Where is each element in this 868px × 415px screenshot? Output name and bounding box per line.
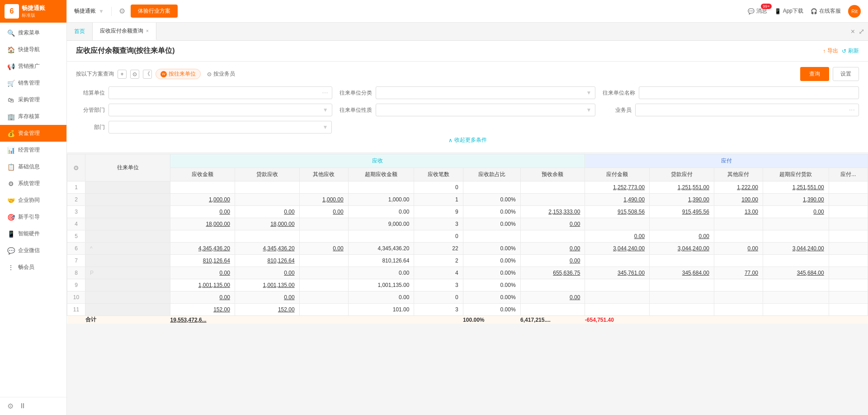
sidebar-item-guide[interactable]: 🎯 新手引导 — [0, 209, 66, 225]
cell-link[interactable]: 0.00 — [813, 209, 824, 215]
partner-name-input[interactable] — [639, 86, 859, 99]
cell-link[interactable]: 810,126.64 — [268, 258, 295, 264]
cell-link[interactable]: 1,000.00 — [322, 196, 344, 203]
table-settings-icon[interactable]: ⚙ — [73, 164, 79, 172]
cell-link[interactable]: 0.00 — [333, 245, 343, 252]
cell-link[interactable]: 1,251,551.00 — [793, 184, 824, 191]
cell-ap-other: 1,222.00 — [714, 181, 763, 194]
sidebar-item-marketing[interactable]: 📢 营销推广 — [0, 58, 66, 75]
scheme-collapse-button[interactable]: 《 — [143, 70, 152, 79]
cell-link[interactable]: 100.00 — [741, 196, 758, 203]
scheme-add-button[interactable]: + — [118, 70, 127, 79]
query-button[interactable]: 查询 — [800, 67, 829, 81]
cell-link[interactable]: 810,126.64 — [203, 258, 230, 264]
cell-link[interactable]: 3,044,240.00 — [613, 245, 645, 252]
partner-nature-select[interactable]: ▼ — [376, 104, 596, 116]
footer-empty1 — [67, 316, 85, 324]
cell-link[interactable]: 1,001,135.00 — [263, 282, 295, 288]
cell-link[interactable]: 0.00 — [219, 209, 230, 215]
cell-link[interactable]: 18,000.00 — [206, 221, 230, 227]
cell-link[interactable]: 0.00 — [219, 294, 230, 301]
settings-icon[interactable]: ⚙ — [119, 7, 125, 15]
sidebar-item-purchase[interactable]: 🛍 采购管理 — [0, 91, 66, 108]
cell-link[interactable]: 2,153,333.00 — [548, 209, 580, 215]
salesperson-dots[interactable]: ··· — [849, 106, 855, 114]
cell-link[interactable]: 1,252,773.00 — [613, 184, 645, 191]
user-avatar[interactable]: Rit — [848, 5, 861, 18]
scheme-edit-button[interactable]: ⊙ — [130, 70, 139, 79]
cell-ap-overdue: 0.00 — [763, 206, 829, 218]
collapse-more-button[interactable]: ∧ 收起更多条件 — [76, 134, 859, 147]
cell-link[interactable]: 152.00 — [278, 306, 295, 313]
dept-select[interactable]: ▼ — [108, 104, 332, 116]
settings-bottom-icon[interactable]: ⚙ — [7, 402, 14, 410]
scheme-by-customer[interactable]: W 按往来单位 — [156, 69, 201, 79]
sidebar-item-basic-info[interactable]: 📋 基础信息 — [0, 158, 66, 175]
sidebar-item-smart-hw[interactable]: 📱 智能硬件 — [0, 225, 66, 242]
scheme-by-staff[interactable]: ⊙ 按业务员 — [204, 69, 238, 79]
sidebar-item-member[interactable]: ⋮ 畅会员 — [0, 259, 66, 276]
trial-button[interactable]: 体验行业方案 — [131, 5, 178, 18]
window-maximize-icon[interactable]: ⤢ — [859, 27, 864, 36]
cell-link[interactable]: 152.00 — [213, 306, 230, 313]
cell-link[interactable]: 0.00 — [698, 233, 709, 239]
sidebar-item-quick-nav[interactable]: 🏠 快捷导航 — [0, 41, 66, 58]
cell-link[interactable]: 0.00 — [570, 294, 580, 301]
tab-home[interactable]: 首页 — [67, 23, 93, 40]
cell-link[interactable]: 345,684.00 — [682, 270, 709, 276]
sidebar-item-inventory[interactable]: 🏢 库存核算 — [0, 108, 66, 125]
cell-link[interactable]: 1,000.00 — [209, 196, 230, 203]
department-select[interactable]: ▼ — [108, 121, 332, 134]
cell-link[interactable]: 655,636.75 — [553, 270, 580, 276]
cell-link[interactable]: 0.00 — [748, 245, 758, 252]
cell-link[interactable]: 18,000.00 — [270, 221, 294, 227]
cell-link[interactable]: 1,222.00 — [737, 184, 758, 191]
cell-link[interactable]: 0.00 — [333, 209, 343, 215]
setting-button[interactable]: 设置 — [833, 67, 859, 81]
messages-button[interactable]: 💬 消息 99 — [748, 7, 767, 15]
cell-link[interactable]: 13.00 — [745, 209, 758, 215]
cell-link[interactable]: 4,345,436.20 — [198, 245, 230, 252]
cell-link[interactable]: 1,390.00 — [688, 196, 709, 203]
settlement-unit-dots[interactable]: ··· — [322, 89, 328, 97]
cell-link[interactable]: 3,044,240.00 — [678, 245, 709, 252]
sidebar-item-operations[interactable]: 📊 经营管理 — [0, 142, 66, 158]
cell-link[interactable]: 345,761.00 — [618, 270, 645, 276]
cell-link[interactable]: 0.00 — [570, 245, 580, 252]
tab-close-icon[interactable]: × — [146, 29, 149, 33]
sidebar-item-enterprise[interactable]: 🤝 企业协同 — [0, 192, 66, 209]
sidebar-item-sales[interactable]: 🛒 销售管理 — [0, 75, 66, 91]
collapse-bottom-icon[interactable]: ⏸ — [19, 402, 26, 410]
cell-link[interactable]: 4,345,436.20 — [263, 245, 295, 252]
sidebar-item-system[interactable]: ⚙ 系统管理 — [0, 175, 66, 192]
cell-link[interactable]: 1,390.00 — [803, 196, 824, 203]
window-close-icon[interactable]: × — [851, 28, 855, 36]
cell-link[interactable]: 0.00 — [570, 221, 580, 227]
cell-link[interactable]: 1,251,551.00 — [678, 184, 709, 191]
sidebar-item-search-menu[interactable]: 🔍 搜索菜单 — [0, 24, 66, 41]
salesperson-input[interactable]: ··· — [635, 104, 859, 116]
partner-category-select[interactable]: ▼ — [376, 86, 596, 99]
refresh-button[interactable]: ↺ 刷新 — [842, 47, 859, 55]
cell-link[interactable]: 345,684.00 — [797, 270, 824, 276]
cell-link[interactable]: 915,508.56 — [618, 209, 645, 215]
cell-link[interactable]: 0.00 — [284, 294, 294, 301]
online-service-button[interactable]: 🎧 在线客服 — [811, 7, 841, 15]
tab-ar-ap-query[interactable]: 应收应付余额查询 × — [93, 23, 156, 40]
settlement-unit-input[interactable]: ··· — [108, 86, 332, 99]
sidebar-item-wechat[interactable]: 💬 企业微信 — [0, 242, 66, 259]
cell-link[interactable]: 915,495.56 — [682, 209, 709, 215]
cell-link[interactable]: 0.00 — [570, 258, 580, 264]
cell-link[interactable]: 3,044,240.00 — [793, 245, 824, 252]
export-button[interactable]: ↑ 导出 — [823, 47, 838, 55]
company-selector[interactable]: 畅捷通账 ▼ — [74, 7, 104, 15]
cell-link[interactable]: 1,001,135.00 — [198, 282, 230, 288]
app-download-button[interactable]: 📱 App下载 — [774, 7, 803, 15]
cell-link[interactable]: 77.00 — [745, 270, 758, 276]
cell-link[interactable]: 0.00 — [284, 270, 294, 276]
cell-link[interactable]: 0.00 — [634, 233, 645, 239]
cell-link[interactable]: 0.00 — [219, 270, 230, 276]
cell-link[interactable]: 0.00 — [284, 209, 294, 215]
cell-link[interactable]: 1,490.00 — [623, 196, 645, 203]
sidebar-item-finance[interactable]: 💰 资金管理 — [0, 125, 66, 142]
